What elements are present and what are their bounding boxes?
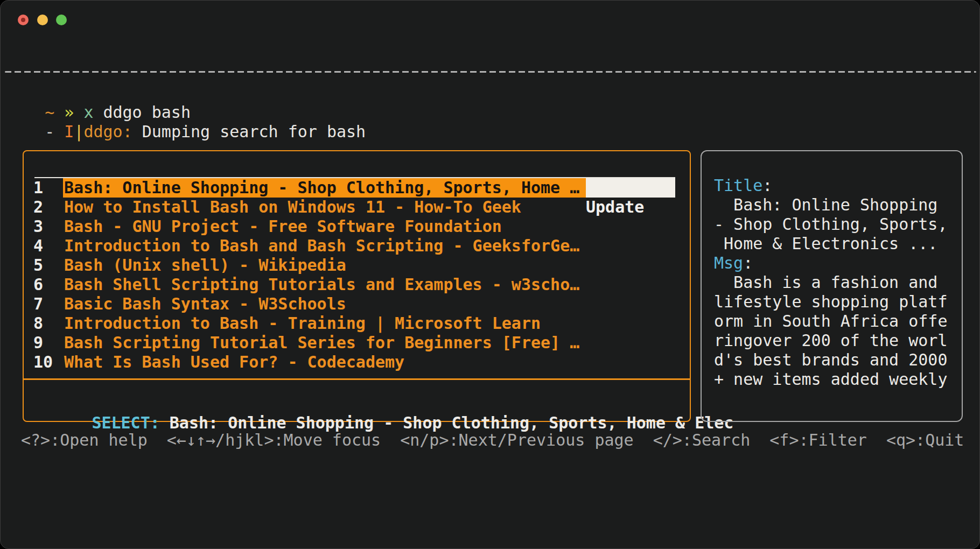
field-key: Msg xyxy=(714,254,743,272)
detail-line: Home & Electronics ... xyxy=(714,234,962,254)
help-item: <?>:Open help xyxy=(21,431,148,450)
row-number: 1 xyxy=(33,178,43,198)
log-tag: ddgo: xyxy=(83,122,132,142)
field-key: Title xyxy=(714,176,762,195)
log-dash: - xyxy=(45,122,54,142)
result-title: Introduction to Bash and Bash Scripting … xyxy=(64,236,579,256)
table-row[interactable]: 1Bash: Online Shopping - Shop Clothing, … xyxy=(24,178,690,198)
result-title: Bash (Unix shell) - Wikipedia xyxy=(64,256,346,275)
result-title: Bash: Online Shopping - Shop Clothing, S… xyxy=(64,178,579,198)
help-item: </>:Search xyxy=(653,431,751,450)
zoom-button[interactable] xyxy=(56,15,67,25)
table-row[interactable]: 7Basic Bash Syntax - W3Schools xyxy=(24,294,690,314)
select-divider xyxy=(24,378,690,380)
table-row[interactable]: 8Introduction to Bash - Training | Micro… xyxy=(24,314,690,333)
select-status-line: SELECT:Bash: Online Shopping - Shop Clot… xyxy=(33,394,733,413)
detail-lines: Title: Bash: Online Shopping- Shop Cloth… xyxy=(714,176,962,389)
table-row[interactable]: 10What Is Bash Used For? - Codecademy xyxy=(24,353,690,372)
help-item: <q>:Quit xyxy=(886,431,964,450)
row-number: 6 xyxy=(33,275,43,294)
close-button[interactable] xyxy=(18,15,29,25)
table-row[interactable]: 9Bash Scripting Tutorial Series for Begi… xyxy=(24,333,690,353)
help-item: <n/p>:Next/Previous page xyxy=(400,431,633,450)
log-line: -I|ddgo:Dumping search for bash xyxy=(6,103,366,122)
help-item: <f>:Filter xyxy=(769,431,867,450)
table-row[interactable]: 2How to Install Bash on Windows 11 - How… xyxy=(24,198,690,217)
detail-text: Bash is a fashion and xyxy=(714,273,937,292)
result-title: Bash Shell Scripting Tutorials and Examp… xyxy=(64,275,579,294)
shell-prompt-line: ~»xddgo bash xyxy=(6,83,191,103)
detail-text: : xyxy=(743,254,753,272)
detail-line: Bash is a fashion and xyxy=(714,273,962,292)
select-value: Bash: Online Shopping - Shop Clothing, S… xyxy=(170,413,734,432)
prompt-separator xyxy=(5,71,976,73)
detail-line: ringover 200 of the worl xyxy=(714,331,962,350)
terminal-window: ~»xddgo bash -I|ddgo:Dumping search for … xyxy=(0,0,980,549)
detail-text: lifestyle shopping platf xyxy=(714,292,947,311)
row-number: 2 xyxy=(33,198,43,217)
row-number: 5 xyxy=(33,256,43,275)
row-number: 7 xyxy=(33,294,43,314)
results-panel: Title Update 1Bash: Online Shopping - Sh… xyxy=(23,150,691,422)
detail-text: Bash: Online Shopping xyxy=(714,195,937,214)
table-row[interactable]: 6Bash Shell Scripting Tutorials and Exam… xyxy=(24,275,690,294)
detail-text: orm in South Africa offe xyxy=(714,312,947,330)
detail-line: lifestyle shopping platf xyxy=(714,292,962,312)
detail-text: Home & Electronics ... xyxy=(714,234,937,253)
result-title: What Is Bash Used For? - Codecademy xyxy=(64,353,404,372)
table-header: Title Update xyxy=(24,159,690,178)
result-title: Bash Scripting Tutorial Series for Begin… xyxy=(64,333,579,353)
minimize-button[interactable] xyxy=(37,15,48,25)
update-cell xyxy=(586,178,675,198)
detail-line: + new items added weekly xyxy=(714,370,962,389)
table-row[interactable]: 5Bash (Unix shell) - Wikipedia xyxy=(24,256,690,275)
help-bar: <?>:Open help<←↓↑→/hjkl>:Move focus<n/p>… xyxy=(21,431,980,450)
detail-line: Bash: Online Shopping xyxy=(714,195,962,215)
detail-text: ringover 200 of the worl xyxy=(714,331,947,350)
result-title: Introduction to Bash - Training | Micros… xyxy=(64,314,541,333)
table-row[interactable]: 3Bash - GNU Project - Free Software Foun… xyxy=(24,217,690,236)
results-rows: 1Bash: Online Shopping - Shop Clothing, … xyxy=(24,178,690,372)
result-title: Basic Bash Syntax - W3Schools xyxy=(64,294,346,314)
detail-text: d's best brands and 2000 xyxy=(714,350,947,369)
detail-line: Msg: xyxy=(714,254,962,273)
detail-text: - Shop Clothing, Sports, xyxy=(714,215,947,234)
detail-text: + new items added weekly xyxy=(714,370,947,389)
select-label: SELECT: xyxy=(92,413,159,432)
result-title: Bash - GNU Project - Free Software Found… xyxy=(64,217,502,236)
detail-line: orm in South Africa offe xyxy=(714,312,962,331)
detail-line: d's best brands and 2000 xyxy=(714,350,962,370)
detail-text: : xyxy=(762,176,772,195)
row-number: 8 xyxy=(33,314,43,333)
detail-line: Title: xyxy=(714,176,962,195)
detail-panel: Title: Bash: Online Shopping- Shop Cloth… xyxy=(701,150,963,422)
log-level: I xyxy=(64,122,74,142)
log-pipe: | xyxy=(74,122,83,142)
row-number: 3 xyxy=(33,217,43,236)
table-row[interactable]: 4Introduction to Bash and Bash Scripting… xyxy=(24,236,690,256)
row-number: 4 xyxy=(33,236,43,256)
row-number: 9 xyxy=(33,333,43,353)
detail-line: - Shop Clothing, Sports, xyxy=(714,215,962,234)
row-number: 10 xyxy=(33,353,53,372)
close-icon xyxy=(21,18,25,22)
help-item: <←↓↑→/hjkl>:Move focus xyxy=(167,431,381,450)
log-message: Dumping search for bash xyxy=(142,122,366,142)
result-title: How to Install Bash on Windows 11 - How-… xyxy=(64,198,521,217)
